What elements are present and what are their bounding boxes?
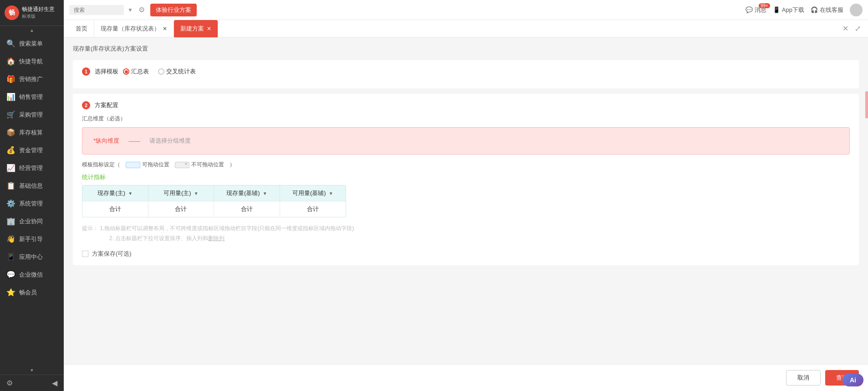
sidebar-item-label: 销售管理 [19,93,43,101]
tips-section: 提示： 1.拖动标题栏可以调整布局，不可跨维度或指标区域拖动栏目字段(只能在同一… [82,224,850,243]
tip-delete-link[interactable]: 删除列 [208,235,225,242]
radio-circle-cross [158,68,164,75]
indicator-header: 模板指标设定（ 可拖动位置 不可拖动位置 ） [82,161,850,169]
sidebar-scroll-up[interactable]: ▲ [0,26,64,35]
topbar-service[interactable]: 🎧 在线客服 [811,6,843,14]
cancel-button[interactable]: 取消 [786,370,821,386]
required-star: *纵向维度 [93,137,119,145]
tab-close-new-plan[interactable]: ✕ [207,26,211,32]
radio-cross[interactable]: 交叉统计表 [158,67,196,76]
app-name: 畅捷通好生意 [22,6,55,13]
topbar-dropdown-icon[interactable]: ▼ [128,7,133,13]
sidebar-item-app-center[interactable]: 📱 应用中心 [0,248,64,266]
tab-new-plan[interactable]: 新建方案 ✕ [174,20,218,37]
stat-body-col3: 合计 [214,201,280,217]
sidebar-item-marketing[interactable]: 🎁 营销推广 [0,70,64,88]
stat-header-col3[interactable]: 现存量(基辅) ▼ [214,185,280,201]
col1-label: 现存量(主) [97,189,125,197]
sidebar-item-label: 企业协同 [19,217,43,226]
sidebar-logo: 畅 畅捷通好生意 标准版 [0,0,64,26]
sidebar-item-purchase[interactable]: 🛒 采购管理 [0,106,64,123]
col2-chevron-icon[interactable]: ▼ [194,191,199,196]
indicator-movable-tag: 可拖动位置 [126,161,169,169]
sales-icon: 📊 [6,93,15,101]
sidebar-item-enterprise[interactable]: 🏢 企业协同 [0,212,64,230]
col4-chevron-icon[interactable]: ▼ [329,191,333,196]
radio-summary[interactable]: 汇总表 [123,67,149,76]
sidebar-item-search-menu[interactable]: 🔍 搜索菜单 [0,35,64,52]
step1-num: 1 [82,67,90,76]
dimension-dash: —— [128,138,140,144]
topbar-app-download[interactable]: 📱 App下载 [773,6,804,14]
col1-chevron-icon[interactable]: ▼ [128,191,133,196]
col2-label: 可用量(主) [163,189,191,197]
message-icon: 💬 [745,6,753,13]
sidebar-item-management[interactable]: 📈 经营管理 [0,159,64,177]
search-menu-icon: 🔍 [6,39,15,48]
sidebar-item-basic-info[interactable]: 📋 基础信息 [0,177,64,195]
stat-header-col4[interactable]: 可用量(基辅) ▼ [280,185,346,201]
tab-close-inventory[interactable]: ✕ [163,26,167,32]
tab-expand-fullscreen-icon[interactable]: ⤢ [853,24,863,33]
tab-label: 新建方案 [180,25,204,33]
step1-card: 1 选择模板 汇总表 交叉统计表 [73,60,859,88]
app-label: App下载 [782,6,804,14]
stat-header-col1[interactable]: 现存量(主) ▼ [82,185,148,201]
sidebar-item-system[interactable]: ⚙️ 系统管理 [0,195,64,212]
step1-label: 选择模板 [95,67,118,76]
topbar-gear-icon[interactable]: ⚙ [138,5,145,14]
step2-label: 方案配置 [95,101,118,109]
purchase-icon: 🛒 [6,110,15,119]
save-label: 方案保存(可选) [92,250,132,258]
newbie-icon: 👋 [6,235,15,243]
sidebar-item-label: 搜索菜单 [19,40,43,48]
sidebar-item-quick-nav[interactable]: 🏠 快捷导航 [0,52,64,70]
sidebar-item-newbie[interactable]: 👋 新手引导 [0,230,64,248]
tab-inventory-status[interactable]: 现存量（库存状况表） ✕ [94,20,174,37]
sidebar-item-label: 畅会员 [19,288,37,297]
wechat-icon: 💬 [6,270,15,279]
collapse-icon[interactable]: ◀ [52,379,57,387]
step1-header: 1 选择模板 汇总表 交叉统计表 [82,67,850,76]
radio-label-cross: 交叉统计表 [166,67,196,76]
app-center-icon: 📱 [6,252,15,261]
content-area: 现存量(库存状况表)方案设置 1 选择模板 汇总表 交叉统计表 [64,37,868,364]
bottom-bar: 取消 查询 [64,364,868,391]
col3-chevron-icon[interactable]: ▼ [263,191,267,196]
app-icon: 📱 [773,6,780,13]
tip-text-2: 2. 点击标题栏下拉可设置排序、插入列和 [82,235,208,242]
sidebar-item-label: 企业微信 [19,271,43,279]
quick-nav-icon: 🏠 [6,57,15,66]
sidebar-item-vip[interactable]: ⭐ 畅会员 [0,283,64,301]
stat-header-col2[interactable]: 可用量(主) ▼ [148,185,214,201]
topbar-right: 💬 消息 99+ 📱 App下载 🎧 在线客服 [745,4,863,16]
tab-expand-area: ✕ ⤢ [841,24,863,33]
ai-button[interactable]: Ai [842,374,863,386]
sidebar-item-sales[interactable]: 📊 销售管理 [0,88,64,106]
industry-btn[interactable]: 体验行业方案 [150,4,197,16]
app-tag: 标准版 [22,13,55,20]
topbar-avatar[interactable] [850,4,863,16]
topbar-message[interactable]: 💬 消息 99+ [745,6,766,14]
save-row: 方案保存(可选) [82,250,850,258]
save-checkbox[interactable] [82,251,88,257]
sidebar-item-wechat[interactable]: 💬 企业微信 [0,266,64,283]
sidebar-scroll-down[interactable]: ▼ [0,366,64,375]
sidebar-item-label: 快捷导航 [19,57,43,66]
fixed-tag-box [175,162,189,168]
management-icon: 📈 [6,164,15,172]
stat-table: 现存量(主) ▼ 可用量(主) ▼ 现存量(基辅) ▼ 可用量(基辅) ▼ [82,185,346,217]
sidebar-item-finance[interactable]: 💰 资金管理 [0,141,64,159]
dimension-box[interactable]: *纵向维度 —— 请选择分组维度 [82,127,850,154]
sidebar-item-inventory[interactable]: 📦 库存核算 [0,123,64,141]
sidebar-item-label: 基础信息 [19,182,43,190]
stat-table-header: 现存量(主) ▼ 可用量(主) ▼ 现存量(基辅) ▼ 可用量(基辅) ▼ [82,185,346,201]
topbar-search-input[interactable] [69,5,124,15]
tab-home[interactable]: 首页 [69,20,94,37]
scrollbar-handle[interactable] [865,91,868,118]
tab-expand-close-icon[interactable]: ✕ [841,24,850,33]
settings-icon[interactable]: ⚙ [6,379,13,387]
enterprise-icon: 🏢 [6,217,15,226]
sidebar-item-label: 库存核算 [19,129,43,137]
indicator-fixed-tag: 不可拖动位置 [175,161,224,169]
